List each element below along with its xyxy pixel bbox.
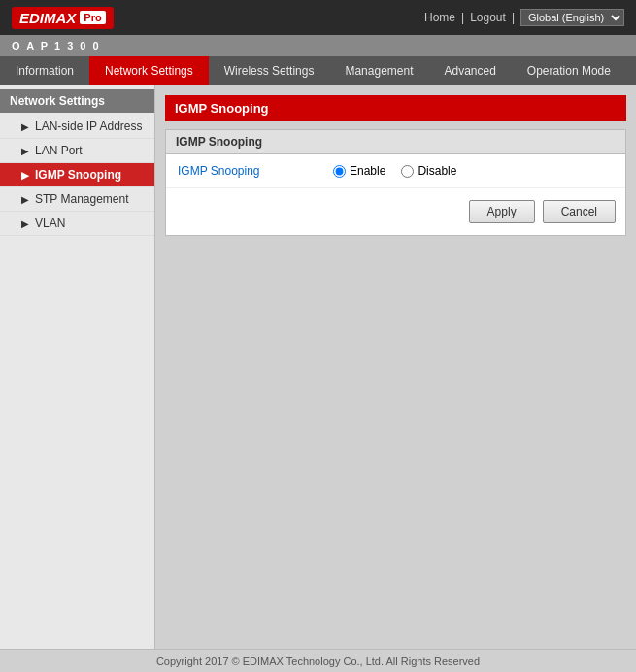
logo-pro-text: Pro [80, 11, 105, 24]
footer: Copyright 2017 © EDIMAX Technology Co., … [0, 649, 636, 672]
logo: EDIMAX Pro [12, 7, 114, 29]
nav-item-advanced[interactable]: Advanced [428, 56, 511, 85]
footer-text: Copyright 2017 © EDIMAX Technology Co., … [156, 655, 480, 667]
arrow-icon: ▶ [21, 121, 29, 132]
language-select[interactable]: Global (English) Chinese Japanese [520, 9, 624, 26]
sidebar-item-vlan[interactable]: ▶ VLAN [0, 212, 154, 236]
content-box-title: IGMP Snooping [166, 130, 625, 154]
content-box: IGMP Snooping IGMP Snooping Enable Disab… [165, 129, 626, 236]
main-layout: Network Settings ▶ LAN-side IP Address ▶… [0, 85, 636, 649]
sidebar-item-vlan-label: VLAN [35, 217, 65, 230]
logout-link[interactable]: Logout [470, 11, 506, 24]
disable-radio[interactable] [401, 165, 414, 178]
device-label: O A P 1 3 0 0 [12, 40, 101, 51]
sidebar-item-lan-port[interactable]: ▶ LAN Port [0, 139, 154, 163]
igmp-snooping-controls: Enable Disable [333, 164, 456, 178]
button-row: Apply Cancel [166, 188, 625, 235]
sidebar-item-lan-ip[interactable]: ▶ LAN-side IP Address [0, 115, 154, 139]
sidebar-title: Network Settings [0, 89, 154, 113]
igmp-snooping-label: IGMP Snooping [178, 164, 333, 178]
arrow-icon: ▶ [21, 194, 29, 205]
content-area: IGMP Snooping IGMP Snooping IGMP Snoopin… [155, 85, 636, 649]
apply-button[interactable]: Apply [469, 200, 535, 223]
sidebar-item-igmp-label: IGMP Snooping [35, 168, 121, 182]
sidebar-item-stp-label: STP Management [35, 192, 129, 206]
sidebar-item-igmp[interactable]: ▶ IGMP Snooping [0, 163, 154, 187]
sidebar-item-stp[interactable]: ▶ STP Management [0, 187, 154, 212]
disable-label: Disable [418, 164, 456, 178]
nav-item-network-settings[interactable]: Network Settings [89, 56, 209, 85]
separator2: | [512, 11, 515, 24]
cancel-button[interactable]: Cancel [543, 200, 616, 223]
home-link[interactable]: Home [424, 11, 455, 24]
nav-item-information[interactable]: Information [0, 56, 89, 85]
enable-label: Enable [350, 164, 385, 178]
arrow-icon: ▶ [21, 170, 29, 181]
igmp-snooping-row: IGMP Snooping Enable Disable [166, 154, 625, 188]
header: EDIMAX Pro Home | Logout | Global (Engli… [0, 0, 636, 35]
logo-edimax-text: EDIMAX [19, 10, 76, 26]
navbar: Information Network Settings Wireless Se… [0, 56, 636, 85]
arrow-icon: ▶ [21, 146, 29, 156]
nav-item-management[interactable]: Management [329, 56, 428, 85]
arrow-icon: ▶ [21, 218, 29, 229]
sidebar: Network Settings ▶ LAN-side IP Address ▶… [0, 85, 155, 649]
disable-radio-label[interactable]: Disable [401, 164, 456, 178]
device-bar: O A P 1 3 0 0 [0, 35, 636, 56]
enable-radio-label[interactable]: Enable [333, 164, 385, 178]
nav-item-wireless-settings[interactable]: Wireless Settings [209, 56, 330, 85]
logo-box: EDIMAX Pro [12, 7, 114, 29]
separator: | [461, 11, 464, 24]
header-right: Home | Logout | Global (English) Chinese… [424, 9, 624, 26]
sidebar-item-lan-ip-label: LAN-side IP Address [35, 119, 143, 133]
sidebar-item-lan-port-label: LAN Port [35, 144, 83, 157]
page-title: IGMP Snooping [165, 95, 626, 121]
enable-radio[interactable] [333, 165, 346, 178]
nav-item-operation-mode[interactable]: Operation Mode [512, 56, 626, 85]
